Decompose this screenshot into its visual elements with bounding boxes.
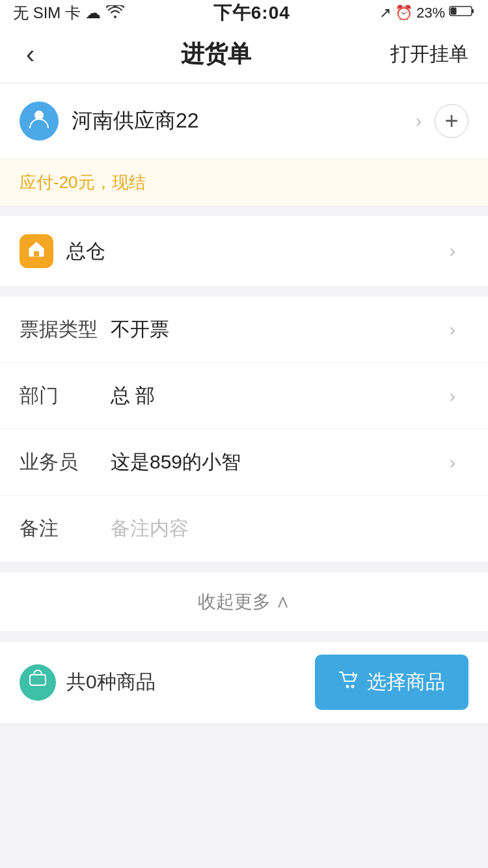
warehouse-chevron-icon: › — [450, 241, 455, 262]
department-chevron-icon: › — [450, 386, 455, 407]
svg-rect-1 — [472, 9, 474, 13]
supplier-row[interactable]: 河南供应商22 › + — [0, 83, 488, 159]
supplier-name: 河南供应商22 — [72, 107, 416, 135]
remark-label: 备注 — [20, 515, 111, 542]
department-value: 总 部 — [111, 383, 450, 409]
form-section: 票据类型 不开票 › 部门 总 部 › 业务员 这是859的小智 › 备注 备注… — [0, 297, 488, 562]
status-right: ↗ ⏰ 23% — [379, 5, 475, 21]
warehouse-row[interactable]: 总仓 › — [0, 216, 488, 286]
department-row[interactable]: 部门 总 部 › — [0, 363, 488, 429]
invoice-type-row[interactable]: 票据类型 不开票 › — [0, 297, 488, 363]
goods-count-label: 共0种商品 — [66, 669, 315, 696]
sim-status: 无 SIM 卡 ☁ — [13, 3, 101, 23]
supplier-chevron-icon: › — [416, 111, 422, 131]
status-left: 无 SIM 卡 ☁ — [13, 3, 124, 23]
page-title: 进货单 — [181, 38, 251, 70]
select-goods-button[interactable]: 选择商品 — [315, 655, 468, 710]
salesperson-row[interactable]: 业务员 这是859的小智 › — [0, 429, 488, 496]
wifi-icon — [106, 4, 124, 22]
svg-rect-4 — [34, 251, 39, 256]
warehouse-icon-bg — [20, 234, 53, 268]
remark-placeholder: 备注内容 — [111, 515, 468, 542]
location-icon: ↗ — [379, 5, 391, 21]
invoice-type-chevron-icon: › — [450, 319, 455, 340]
person-icon — [28, 107, 50, 135]
svg-rect-2 — [450, 8, 456, 15]
department-label: 部门 — [20, 383, 111, 409]
warehouse-section: 总仓 › — [0, 216, 488, 286]
battery-level: 23% — [416, 5, 445, 21]
salesperson-chevron-icon: › — [450, 452, 455, 473]
bottom-bar: 共0种商品 选择商品 — [0, 642, 488, 723]
svg-point-3 — [34, 111, 44, 120]
svg-point-6 — [346, 685, 349, 688]
supplier-avatar — [20, 102, 59, 141]
warehouse-name: 总仓 — [66, 238, 450, 265]
status-time: 下午6:04 — [213, 1, 290, 25]
invoice-type-value: 不开票 — [111, 316, 450, 343]
open-pending-button[interactable]: 打开挂单 — [390, 41, 468, 68]
select-goods-label: 选择商品 — [367, 669, 445, 696]
svg-point-7 — [351, 685, 355, 688]
salesperson-label: 业务员 — [20, 449, 111, 476]
svg-rect-5 — [30, 675, 46, 685]
collapse-button[interactable]: 收起更多 ∧ — [0, 572, 488, 631]
house-icon — [27, 239, 46, 264]
goods-icon-bg — [20, 664, 56, 701]
cart-icon — [27, 670, 48, 695]
select-cart-icon — [338, 671, 359, 694]
supplier-notice: 应付-20元，现结 — [0, 159, 488, 206]
add-supplier-button[interactable]: + — [435, 104, 468, 138]
salesperson-value: 这是859的小智 — [111, 449, 450, 476]
nav-bar: ‹ 进货单 打开挂单 — [0, 26, 488, 83]
status-bar: 无 SIM 卡 ☁ 下午6:04 ↗ ⏰ 23% — [0, 0, 488, 26]
alarm-icon: ⏰ — [395, 5, 413, 21]
main-content: 河南供应商22 › + 应付-20元，现结 总仓 › 票据类型 不开票 — [0, 83, 488, 723]
remark-row[interactable]: 备注 备注内容 — [0, 496, 488, 562]
supplier-section: 河南供应商22 › + 应付-20元，现结 — [0, 83, 488, 206]
back-button[interactable]: ‹ — [20, 33, 41, 75]
battery-icon — [449, 5, 475, 21]
invoice-type-label: 票据类型 — [20, 316, 111, 343]
